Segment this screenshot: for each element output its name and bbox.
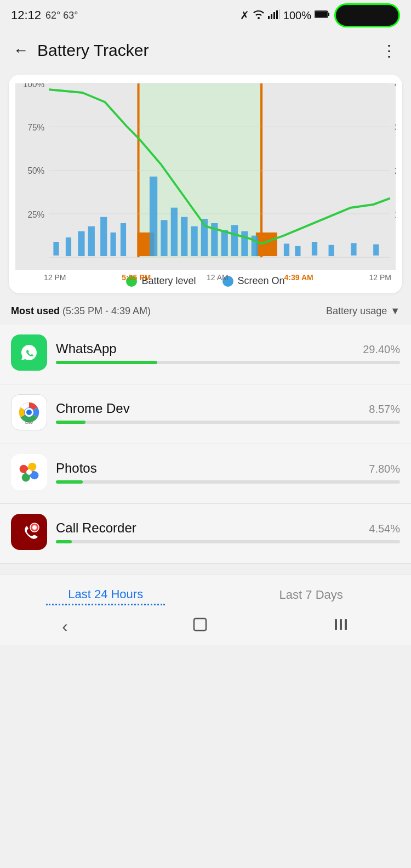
chart-area: 100% 75% 50% 25% 40m 30m 20m 10m 12 PM 5… bbox=[15, 83, 396, 270]
nav-back-button[interactable]: ‹ bbox=[62, 616, 68, 637]
svg-rect-28 bbox=[171, 208, 178, 256]
status-time: 12:12 bbox=[11, 8, 41, 22]
svg-point-59 bbox=[26, 469, 32, 475]
svg-rect-3 bbox=[276, 10, 278, 19]
wifi-icon bbox=[253, 9, 265, 22]
svg-rect-25 bbox=[121, 223, 126, 256]
whatsapp-progress-bg bbox=[56, 361, 400, 364]
svg-text:25%: 25% bbox=[27, 209, 44, 219]
callrecorder-name: Call Recorder bbox=[56, 520, 136, 536]
sort-button[interactable]: Battery usage ▼ bbox=[326, 305, 400, 317]
svg-rect-40 bbox=[329, 245, 334, 256]
page-title: Battery Tracker bbox=[37, 41, 149, 60]
svg-point-60 bbox=[16, 519, 42, 545]
whatsapp-icon bbox=[11, 334, 47, 371]
app-list: WhatsApp 29.40% bbox=[0, 325, 411, 564]
photos-percent: 7.80% bbox=[369, 463, 400, 475]
svg-rect-7 bbox=[315, 12, 327, 17]
svg-rect-4 bbox=[279, 9, 280, 19]
whatsapp-info: WhatsApp 29.40% bbox=[56, 341, 400, 364]
svg-rect-26 bbox=[150, 177, 157, 256]
status-icons: ✗ 100% bbox=[240, 9, 330, 22]
app-row-photos: Photos 7.80% bbox=[11, 454, 400, 490]
back-button[interactable]: ← bbox=[13, 42, 28, 59]
tab-last-7-days[interactable]: Last 7 Days bbox=[258, 585, 365, 605]
section-title-area: Most used (5:35 PM - 4:39 AM) bbox=[11, 305, 151, 317]
svg-rect-66 bbox=[345, 619, 347, 630]
svg-rect-6 bbox=[328, 13, 329, 16]
callrecorder-percent: 4.54% bbox=[369, 523, 400, 535]
svg-rect-29 bbox=[181, 217, 187, 256]
svg-rect-1 bbox=[271, 14, 272, 19]
x-label-3: 12 AM bbox=[207, 273, 229, 282]
svg-text:50%: 50% bbox=[27, 166, 44, 176]
whatsapp-name-row: WhatsApp 29.40% bbox=[56, 341, 400, 356]
section-header: Most used (5:35 PM - 4:39 AM) Battery us… bbox=[0, 298, 411, 325]
app-item-chrome[interactable]: Dev Chrome Dev 8.57% bbox=[0, 384, 411, 444]
x-label-4: 4:39 AM bbox=[284, 273, 313, 282]
app-row-chrome: Dev Chrome Dev 8.57% bbox=[11, 394, 400, 430]
svg-rect-27 bbox=[161, 220, 167, 256]
bottom-tabs: Last 24 Hours Last 7 Days bbox=[0, 575, 411, 610]
whatsapp-percent: 29.40% bbox=[363, 343, 400, 356]
battery-icon bbox=[315, 10, 330, 21]
bluetooth-icon: ✗ bbox=[240, 9, 249, 22]
photos-name-row: Photos 7.80% bbox=[56, 461, 400, 476]
svg-rect-20 bbox=[66, 237, 71, 256]
menu-button[interactable]: ⋮ bbox=[381, 42, 398, 60]
photos-info: Photos 7.80% bbox=[56, 461, 400, 484]
whatsapp-name: WhatsApp bbox=[56, 341, 117, 356]
svg-text:100%: 100% bbox=[23, 83, 44, 89]
tab-last-24-hours[interactable]: Last 24 Hours bbox=[46, 584, 165, 605]
status-bar: 12:12 62° 63° ✗ 100% bbox=[0, 0, 411, 31]
app-item-photos[interactable]: Photos 7.80% bbox=[0, 444, 411, 504]
sort-label: Battery usage bbox=[326, 305, 387, 317]
svg-text:30m: 30m bbox=[395, 122, 396, 132]
svg-rect-39 bbox=[312, 242, 317, 256]
svg-rect-24 bbox=[111, 232, 116, 256]
app-row-callrecorder: Call Recorder 4.54% bbox=[11, 514, 400, 550]
svg-rect-19 bbox=[53, 242, 59, 256]
signal-icon bbox=[268, 9, 280, 22]
svg-rect-22 bbox=[88, 226, 95, 256]
svg-rect-41 bbox=[351, 243, 356, 256]
battery-percent: 100% bbox=[283, 9, 311, 22]
nav-recent-button[interactable] bbox=[333, 616, 349, 637]
chrome-name-row: Chrome Dev 8.57% bbox=[56, 401, 400, 416]
pill-button bbox=[334, 3, 400, 27]
section-title: Most used (5:35 PM - 4:39 AM) bbox=[11, 305, 151, 316]
app-row-whatsapp: WhatsApp 29.40% bbox=[11, 334, 400, 371]
x-label-1: 12 PM bbox=[44, 273, 66, 282]
status-temp: 62° 63° bbox=[45, 10, 78, 21]
svg-point-62 bbox=[32, 525, 37, 530]
photos-name: Photos bbox=[56, 461, 97, 476]
svg-rect-65 bbox=[340, 619, 342, 630]
svg-rect-42 bbox=[373, 245, 379, 256]
app-item-callrecorder[interactable]: Call Recorder 4.54% bbox=[0, 504, 411, 564]
callrecorder-progress-bg bbox=[56, 540, 400, 543]
chrome-info: Chrome Dev 8.57% bbox=[56, 401, 400, 424]
nav-home-button[interactable] bbox=[192, 616, 208, 637]
nav-bar: ‹ bbox=[0, 610, 411, 645]
callrecorder-icon bbox=[11, 514, 47, 550]
x-label-2: 5:35 PM bbox=[122, 273, 151, 282]
x-label-5: 12 PM bbox=[369, 273, 391, 282]
photos-icon bbox=[11, 454, 47, 490]
status-time-area: 12:12 62° 63° bbox=[11, 8, 78, 22]
app-item-whatsapp[interactable]: WhatsApp 29.40% bbox=[0, 325, 411, 384]
status-right-area: ✗ 100% bbox=[240, 3, 400, 27]
svg-rect-34 bbox=[231, 225, 238, 256]
svg-text:40m: 40m bbox=[395, 83, 396, 89]
photos-progress-fill bbox=[56, 480, 83, 484]
svg-rect-0 bbox=[268, 16, 270, 19]
header-left: ← Battery Tracker bbox=[13, 41, 149, 60]
photos-progress-bg bbox=[56, 480, 400, 484]
svg-rect-37 bbox=[284, 243, 289, 256]
svg-rect-23 bbox=[100, 217, 107, 256]
header: ← Battery Tracker ⋮ bbox=[0, 31, 411, 70]
battery-chart: 100% 75% 50% 25% 40m 30m 20m 10m bbox=[15, 83, 396, 270]
svg-point-56 bbox=[26, 410, 32, 415]
callrecorder-progress-fill bbox=[56, 540, 72, 543]
svg-rect-30 bbox=[191, 226, 197, 256]
chart-x-labels: 12 PM 5:35 PM 12 AM 4:39 AM 12 PM bbox=[15, 272, 396, 282]
